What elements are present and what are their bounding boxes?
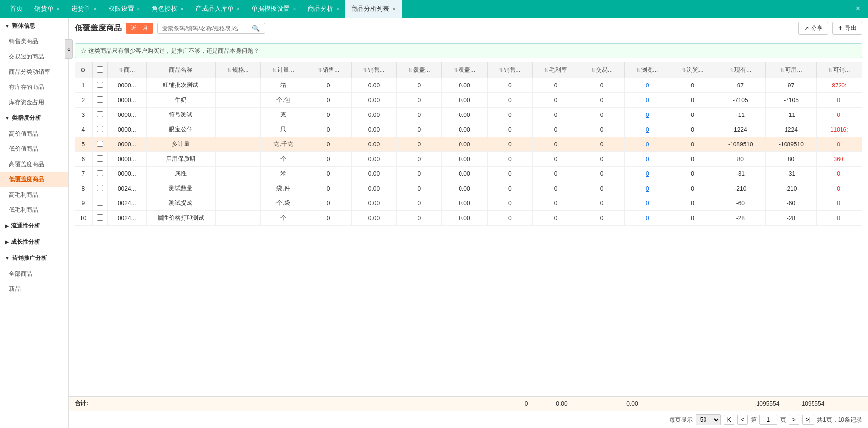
close-template-icon[interactable]: × — [293, 6, 296, 12]
close-role-auth-icon[interactable]: × — [180, 6, 183, 12]
close-sales-order-icon[interactable]: × — [56, 6, 59, 12]
col-browse2[interactable]: ⇅浏览... — [670, 62, 715, 78]
col-cover2[interactable]: ⇅覆盖... — [442, 62, 487, 78]
row-select-checkbox[interactable] — [97, 185, 103, 191]
nav-home[interactable]: 首页 — [4, 0, 28, 18]
row-browse1[interactable]: 0 — [624, 196, 670, 211]
row-select-checkbox[interactable] — [97, 170, 103, 176]
page-number-input[interactable] — [760, 415, 777, 425]
sidebar-section-circulation[interactable]: ▶ 流通性分析 — [0, 218, 68, 234]
nav-permission-settings[interactable]: 权限设置 × — [103, 0, 146, 18]
col-sales3[interactable]: ⇅销售... — [487, 62, 532, 78]
nav-finished-goods[interactable]: 产成品入库单 × — [190, 0, 245, 18]
row-browse1[interactable]: 0 — [624, 122, 670, 137]
row-browse1[interactable]: 0 — [624, 137, 670, 152]
col-stock2[interactable]: ⇅可用... — [766, 62, 816, 78]
export-button[interactable]: ⬆ 导出 — [832, 22, 862, 35]
row-select-checkbox[interactable] — [97, 155, 103, 162]
col-gear[interactable]: ⚙ — [75, 62, 92, 78]
row-select-checkbox[interactable] — [97, 200, 103, 206]
col-stock1[interactable]: ⇅现有... — [715, 62, 766, 78]
row-checkbox[interactable] — [92, 181, 107, 196]
row-trade: 0 — [579, 167, 624, 181]
sidebar-item-all-goods[interactable]: 全部商品 — [0, 266, 68, 282]
sidebar-section-growth[interactable]: ▶ 成长性分析 — [0, 234, 68, 250]
row-checkbox[interactable] — [92, 196, 107, 211]
row-select-checkbox[interactable] — [97, 111, 103, 117]
row-select-checkbox[interactable] — [97, 126, 103, 132]
sidebar-item-high-margin[interactable]: 高毛利商品 — [0, 187, 68, 202]
sort-icon-b2: ⇅ — [682, 67, 686, 73]
nav-template-settings[interactable]: 单据模板设置 × — [245, 0, 301, 18]
filter-recent-month-button[interactable]: 近一月 — [126, 23, 153, 34]
col-stock3[interactable]: ⇅可销... — [816, 62, 862, 78]
row-checkbox[interactable] — [92, 93, 107, 108]
sidebar-collapse-button[interactable]: « — [65, 39, 73, 59]
close-permission-icon[interactable]: × — [137, 6, 140, 12]
nav-role-auth[interactable]: 角色授权 × — [146, 0, 189, 18]
window-close-button[interactable]: × — [852, 4, 864, 13]
col-cover1[interactable]: ⇅覆盖... — [397, 62, 442, 78]
row-browse1[interactable]: 0 — [624, 78, 670, 93]
col-spec[interactable]: ⇅规格... — [215, 62, 260, 78]
row-select-checkbox[interactable] — [97, 214, 103, 221]
sidebar-section-cluster[interactable]: ▼ 类群度分析 — [0, 110, 68, 126]
row-browse1[interactable]: 0 — [624, 211, 670, 226]
select-all-checkbox[interactable] — [97, 66, 103, 73]
row-checkbox[interactable] — [92, 137, 107, 152]
sidebar-section-marketing[interactable]: ▼ 营销推广分析 — [0, 250, 68, 266]
row-browse1[interactable]: 0 — [624, 152, 670, 167]
col-sales1[interactable]: ⇅销售... — [306, 62, 351, 78]
row-checkbox[interactable] — [92, 78, 107, 93]
nav-sales-order[interactable]: 销货单 × — [28, 0, 65, 18]
row-checkbox[interactable] — [92, 122, 107, 137]
prev-page-button[interactable]: < — [737, 415, 748, 425]
footer-stock1: -1095554 — [747, 400, 787, 407]
row-select-checkbox[interactable] — [97, 141, 103, 147]
next-page-button[interactable]: > — [789, 415, 799, 425]
row-checkbox[interactable] — [92, 211, 107, 226]
row-checkbox[interactable] — [92, 108, 107, 122]
close-product-analysis-icon[interactable]: × — [336, 6, 339, 12]
row-browse1[interactable]: 0 — [624, 93, 670, 108]
sidebar-item-low-coverage[interactable]: 低覆盖度商品 — [0, 172, 68, 187]
sidebar-item-sales-goods[interactable]: 销售类商品 — [0, 34, 68, 49]
col-margin[interactable]: ⇅毛利率 — [532, 62, 579, 78]
share-button[interactable]: ↗ 分享 — [798, 22, 828, 35]
col-checkbox[interactable] — [92, 62, 107, 78]
search-box: 🔍 — [157, 23, 265, 34]
sidebar-item-stock-capital[interactable]: 库存资金占用 — [0, 95, 68, 110]
row-checkbox[interactable] — [92, 152, 107, 167]
close-product-list-icon[interactable]: × — [392, 6, 395, 12]
row-checkbox[interactable] — [92, 167, 107, 181]
row-stock1: -210 — [715, 181, 766, 196]
sidebar-item-in-stock[interactable]: 有库存的商品 — [0, 80, 68, 95]
sidebar-item-traded-goods[interactable]: 交易过的商品 — [0, 49, 68, 64]
first-page-button[interactable]: K — [724, 415, 734, 425]
col-unit[interactable]: ⇅计量... — [261, 62, 306, 78]
search-input[interactable] — [162, 25, 250, 32]
col-browse1[interactable]: ⇅浏览... — [624, 62, 670, 78]
row-browse1[interactable]: 0 — [624, 181, 670, 196]
row-browse1[interactable]: 0 — [624, 167, 670, 181]
close-purchase-order-icon[interactable]: × — [93, 6, 96, 12]
sidebar-item-high-value[interactable]: 高价值商品 — [0, 126, 68, 142]
sidebar-item-low-value[interactable]: 低价值商品 — [0, 142, 68, 157]
nav-product-analysis-list[interactable]: 商品分析列表 × — [345, 0, 401, 18]
col-trade[interactable]: ⇅交易... — [579, 62, 624, 78]
sidebar-section-overview[interactable]: ▼ 整体信息 — [0, 18, 68, 34]
sidebar-item-low-margin[interactable]: 低毛利商品 — [0, 202, 68, 218]
sidebar-item-new-goods[interactable]: 新品 — [0, 282, 68, 297]
row-select-checkbox[interactable] — [97, 96, 103, 103]
col-code[interactable]: ⇅商... — [107, 62, 146, 78]
sidebar-item-category-turnover[interactable]: 商品分类动销率 — [0, 64, 68, 80]
nav-product-analysis[interactable]: 商品分析 × — [302, 0, 345, 18]
nav-purchase-order[interactable]: 进货单 × — [65, 0, 102, 18]
sidebar-item-high-coverage[interactable]: 高覆盖度商品 — [0, 157, 68, 172]
last-page-button[interactable]: >| — [802, 415, 814, 425]
per-page-select[interactable]: 50 20 100 — [696, 414, 721, 425]
row-browse1[interactable]: 0 — [624, 108, 670, 122]
close-finished-goods-icon[interactable]: × — [237, 6, 240, 12]
row-select-checkbox[interactable] — [97, 82, 103, 88]
col-sales2[interactable]: ⇅销售... — [351, 62, 396, 78]
